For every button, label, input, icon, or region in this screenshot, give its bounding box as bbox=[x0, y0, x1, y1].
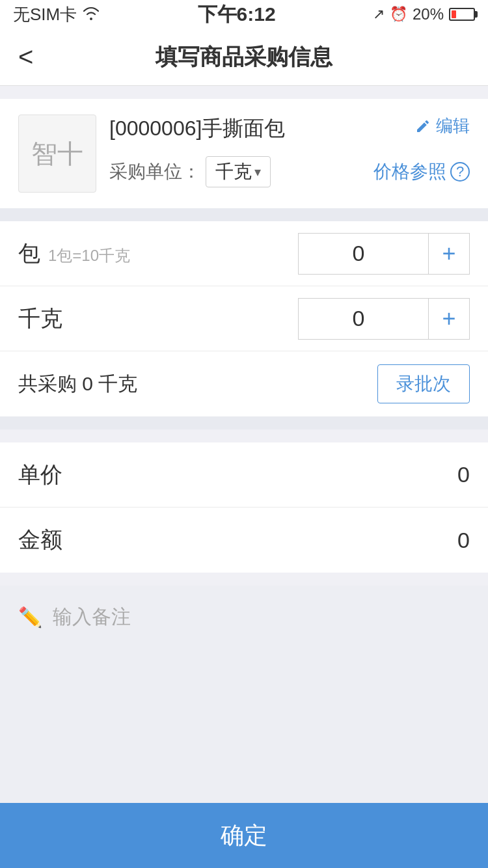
status-left: 无SIM卡 bbox=[13, 3, 100, 26]
status-bar: 无SIM卡 下午6:12 ↗ ⏰ 20% bbox=[0, 0, 488, 29]
kg-plus-button[interactable]: + bbox=[428, 298, 470, 340]
amount-label: 金额 bbox=[18, 525, 62, 555]
unit-price-row: 单价 0 bbox=[0, 442, 488, 508]
batch-button[interactable]: 录批次 bbox=[377, 364, 470, 403]
pencil-icon: ✏️ bbox=[18, 606, 42, 629]
amount-value: 0 bbox=[457, 528, 470, 553]
unit-price-value: 0 bbox=[457, 462, 470, 487]
bao-plus-button[interactable]: + bbox=[428, 233, 470, 275]
battery-pct: 20% bbox=[413, 5, 444, 23]
product-logo: 智十 bbox=[31, 136, 83, 172]
unit-price-label: 单价 bbox=[18, 460, 62, 490]
confirm-button[interactable]: 确定 bbox=[0, 803, 488, 868]
product-image: 智十 bbox=[18, 115, 96, 193]
status-right: ↗ ⏰ 20% bbox=[373, 5, 475, 23]
input-section: 包 1包=10千克 + 千克 + bbox=[0, 221, 488, 351]
product-card: 智十 [0000006]手撕面包 编辑 采购单位： 千克 ▾ 价格参照 ? bbox=[0, 99, 488, 208]
page-title: 填写商品采购信息 bbox=[156, 42, 332, 72]
bao-sublabel: 1包=10千克 bbox=[48, 245, 130, 266]
bao-label-group: 包 1包=10千克 bbox=[18, 239, 130, 269]
back-button[interactable]: < bbox=[18, 42, 33, 72]
nav-bar: < 填写商品采购信息 bbox=[0, 29, 488, 86]
kg-input-row: 千克 + bbox=[0, 286, 488, 351]
total-text: 共采购 0 千克 bbox=[18, 371, 137, 398]
notes-section[interactable]: ✏️ 输入备注 bbox=[0, 586, 488, 649]
carrier-label: 无SIM卡 bbox=[13, 3, 77, 26]
kg-label: 千克 bbox=[18, 304, 62, 334]
unit-label: 采购单位： bbox=[109, 159, 200, 184]
unit-value: 千克 bbox=[215, 159, 252, 184]
bao-quantity-input[interactable] bbox=[298, 233, 428, 275]
info-icon: ? bbox=[450, 162, 470, 182]
wifi-icon bbox=[82, 5, 100, 25]
bao-input-row: 包 1包=10千克 + bbox=[0, 221, 488, 286]
bao-label: 包 bbox=[18, 239, 40, 269]
separator-1 bbox=[0, 208, 488, 221]
product-name: [0000006]手撕面包 bbox=[109, 115, 415, 143]
battery-icon bbox=[449, 8, 475, 21]
price-ref-label: 价格参照 bbox=[373, 159, 446, 184]
status-time: 下午6:12 bbox=[198, 1, 276, 28]
price-section: 单价 0 金额 0 bbox=[0, 442, 488, 573]
location-icon: ↗ bbox=[373, 6, 385, 23]
total-row: 共采购 0 千克 录批次 bbox=[0, 351, 488, 416]
separator-2 bbox=[0, 416, 488, 429]
product-unit-row: 采购单位： 千克 ▾ 价格参照 ? bbox=[109, 156, 470, 187]
edit-label: 编辑 bbox=[436, 115, 470, 137]
chevron-down-icon: ▾ bbox=[254, 164, 261, 180]
alarm-icon: ⏰ bbox=[390, 6, 407, 23]
product-info-top: [0000006]手撕面包 编辑 bbox=[109, 115, 470, 143]
unit-select[interactable]: 千克 ▾ bbox=[206, 156, 271, 187]
kg-input-right: + bbox=[298, 298, 470, 340]
kg-quantity-input[interactable] bbox=[298, 298, 428, 340]
price-ref-button[interactable]: 价格参照 ? bbox=[373, 159, 470, 184]
edit-button[interactable]: 编辑 bbox=[415, 115, 470, 137]
amount-row: 金额 0 bbox=[0, 508, 488, 573]
product-info: [0000006]手撕面包 编辑 采购单位： 千克 ▾ 价格参照 ? bbox=[109, 115, 470, 187]
kg-label-text: 千克 bbox=[18, 304, 62, 334]
bao-input-right: + bbox=[298, 233, 470, 275]
notes-placeholder: 输入备注 bbox=[53, 604, 131, 631]
